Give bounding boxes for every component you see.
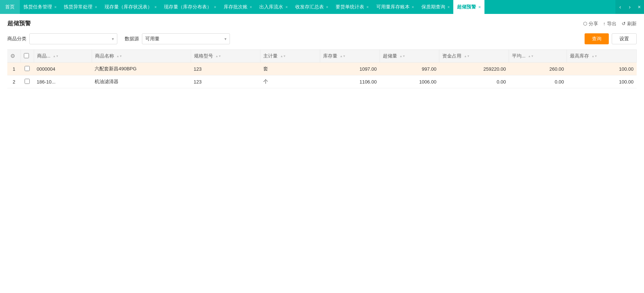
gear-icon[interactable]: ⚙ <box>10 53 15 59</box>
row-unit: 套 <box>260 63 320 75</box>
close-icon[interactable]: × <box>285 5 288 9</box>
close-icon[interactable]: × <box>366 5 369 9</box>
th-max-stock-label: 最高库存 <box>570 53 589 59</box>
row-avg: 0.00 <box>509 75 567 88</box>
nav-item-jianhuoyichang[interactable]: 拣货异常处理 × <box>60 0 100 14</box>
sort-icon[interactable]: ▲▼ <box>592 55 597 58</box>
row-stock: 1106.00 <box>320 75 380 88</box>
nav-home[interactable]: 首页 <box>0 0 20 14</box>
refresh-action[interactable]: ↺ 刷新 <box>622 21 637 27</box>
export-label: 导出 <box>607 21 616 27</box>
row-max-stock: 100.00 <box>567 63 637 75</box>
refresh-icon: ↺ <box>622 21 626 26</box>
row-checkbox[interactable] <box>25 66 30 71</box>
share-action[interactable]: ⬡ 分享 <box>583 21 598 27</box>
row-capital: 259220.00 <box>439 63 509 75</box>
sort-icon[interactable]: ▲▼ <box>116 55 122 58</box>
nav-item-xiancunliang2[interactable]: 现存量（库存分布表） × <box>160 0 220 14</box>
row-spec: 123 <box>191 75 260 88</box>
datasource-filter-item: 数据源 可用量 ▾ <box>125 33 230 44</box>
nav-item-jianhuorenwu[interactable]: 拣货任务管理 × <box>20 0 60 14</box>
datasource-value: 可用量 <box>145 36 160 42</box>
close-icon[interactable]: × <box>447 5 450 9</box>
nav-label: 保质期查询 <box>421 4 445 10</box>
row-index: 2 <box>7 75 21 88</box>
th-avg-label: 平均... <box>512 53 526 59</box>
close-icon[interactable]: × <box>154 5 157 9</box>
category-arrow-icon: ▾ <box>112 37 114 41</box>
nav-item-shofacun[interactable]: 收发存汇总表 × <box>292 0 332 14</box>
row-name: 六配套新昌490BPG <box>92 63 191 75</box>
refresh-label: 刷新 <box>627 21 637 27</box>
close-icon[interactable]: × <box>54 5 56 9</box>
nav-label: 可用量库存账本 <box>376 4 410 10</box>
data-table: ⚙ 商品... ▲▼ 商品名称 ▲▼ 规格型号 ▲▼ 主计 <box>7 49 637 88</box>
close-icon[interactable]: × <box>214 5 216 9</box>
sort-icon[interactable]: ▲▼ <box>399 55 405 58</box>
th-capital: 资金占用 ▲▼ <box>439 50 509 63</box>
sort-icon[interactable]: ▲▼ <box>528 55 534 58</box>
filter-actions: 查询 设置 <box>585 33 637 44</box>
row-capital: 0.00 <box>439 75 509 88</box>
nav-label: 收发存汇总表 <box>295 4 324 10</box>
nav-item-chaochuyujing[interactable]: 超储预警 × <box>453 0 484 14</box>
close-icon[interactable]: × <box>326 5 328 9</box>
row-checkbox-cell <box>21 63 34 75</box>
close-icon[interactable]: × <box>412 5 414 9</box>
nav-item-baozhi[interactable]: 保质期查询 × <box>418 0 453 14</box>
th-capital-label: 资金占用 <box>442 53 461 59</box>
sort-icon[interactable]: ▲▼ <box>340 55 346 58</box>
row-name: 机油滤清器 <box>92 75 191 88</box>
nav-item-churuku[interactable]: 出入库流水 × <box>256 0 291 14</box>
th-gear: ⚙ <box>7 50 21 63</box>
nav-next-button[interactable]: › <box>625 0 634 14</box>
row-unit: 个 <box>260 75 320 88</box>
sort-icon[interactable]: ▲▼ <box>464 55 470 58</box>
nav-item-kucunpici[interactable]: 库存批次账 × <box>220 0 256 14</box>
table-row: 1 0000004 六配套新昌490BPG 123 套 1097.00 997.… <box>7 63 637 75</box>
th-name-label: 商品名称 <box>95 53 114 59</box>
close-icon[interactable]: × <box>250 5 252 9</box>
export-action[interactable]: ↑ 导出 <box>603 21 617 27</box>
th-sku-label: 商品... <box>37 53 51 59</box>
nav-item-keyongliang[interactable]: 可用量库存账本 × <box>373 0 418 14</box>
top-nav: 首页 拣货任务管理 × 拣货异常处理 × 现存量（库存状况表） × 现存量（库存… <box>0 0 644 14</box>
close-icon[interactable]: × <box>478 5 480 9</box>
th-stock-label: 库存量 <box>323 53 337 59</box>
export-icon: ↑ <box>603 21 606 26</box>
sort-icon[interactable]: ▲▼ <box>215 55 221 58</box>
th-stock: 库存量 ▲▼ <box>320 50 380 63</box>
sort-icon[interactable]: ▲▼ <box>280 55 286 58</box>
row-sku: 0000004 <box>34 63 92 75</box>
settings-button[interactable]: 设置 <box>612 33 637 44</box>
nav-label: 拣货异常处理 <box>64 4 92 10</box>
close-icon[interactable]: × <box>95 5 97 9</box>
th-overstock-label: 超储量 <box>383 53 397 59</box>
nav-label: 库存批次账 <box>224 4 248 10</box>
nav-prev-button[interactable]: ‹ <box>615 0 625 14</box>
th-name: 商品名称 ▲▼ <box>92 50 191 63</box>
main-content: 超储预警 ⬡ 分享 ↑ 导出 ↺ 刷新 商品分类 ▾ 数据源 <box>0 14 644 293</box>
nav-item-yaohuo[interactable]: 要货单统计表 × <box>332 0 372 14</box>
nav-label: 超储预警 <box>457 4 476 10</box>
sort-icon[interactable]: ▲▼ <box>53 55 59 58</box>
th-unit: 主计量 ▲▼ <box>260 50 320 63</box>
nav-close-button[interactable]: × <box>634 0 644 14</box>
nav-arrows: ‹ › × <box>615 0 644 14</box>
th-sku: 商品... ▲▼ <box>34 50 92 63</box>
row-checkbox[interactable] <box>25 79 30 84</box>
row-overstock: 997.00 <box>380 63 439 75</box>
select-all-checkbox[interactable] <box>24 53 29 58</box>
row-overstock: 1006.00 <box>380 75 439 88</box>
query-button[interactable]: 查询 <box>585 33 609 44</box>
nav-item-xiancunliang1[interactable]: 现存量（库存状况表） × <box>101 0 160 14</box>
datasource-select[interactable]: 可用量 ▾ <box>142 33 230 44</box>
th-checkbox <box>21 50 34 63</box>
row-sku: 186-10... <box>34 75 92 88</box>
page-header: 超储预警 ⬡ 分享 ↑ 导出 ↺ 刷新 <box>7 20 637 27</box>
home-label: 首页 <box>5 4 15 10</box>
nav-label: 要货单统计表 <box>336 4 364 10</box>
page-title: 超储预警 <box>7 20 31 27</box>
category-filter-item: 商品分类 ▾ <box>7 33 117 44</box>
category-select[interactable]: ▾ <box>29 33 117 44</box>
